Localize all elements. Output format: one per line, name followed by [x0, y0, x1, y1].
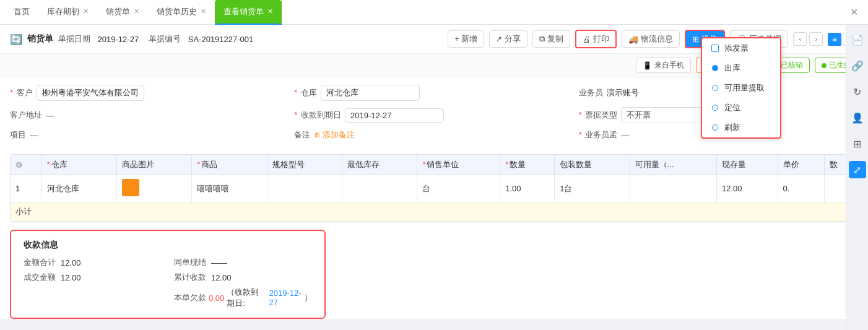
warehouse-field: * 仓库 河北仓库	[294, 85, 573, 101]
customer-field: * 客户 柳州粤港平安气体有限公司	[10, 85, 289, 101]
tab-sales-history-close[interactable]: ✕	[201, 7, 206, 15]
same-order-value: ——	[211, 258, 227, 267]
sidebar-expand-icon[interactable]: ⤢	[849, 161, 866, 178]
payment-box: 收款信息 金额合计 12.00 同单现结 —— 成交金额 12.00 累计收款 …	[10, 230, 326, 319]
note-field: 备注 ⊕ 添加备注	[294, 129, 573, 141]
outbound-icon	[711, 64, 719, 72]
col-unit-price: 单价	[778, 155, 825, 175]
doc-title: 销货单	[27, 33, 53, 45]
refresh-icon	[711, 123, 719, 132]
add-invoice-item[interactable]: 添发票	[702, 38, 780, 58]
col-spec: 规格型号	[267, 155, 342, 175]
view-list-btn[interactable]: ≡	[828, 33, 841, 46]
next-arrow[interactable]: ›	[809, 32, 823, 46]
cumulative-value: 12.00	[211, 273, 232, 282]
ticket-type-required: *	[579, 110, 582, 119]
doc-title-area: 🔄 销货单 单据日期 2019-12-27 单据编号 SA-20191227-0…	[10, 33, 438, 45]
subtotal-label: 小计	[11, 202, 857, 222]
doc-icon: 🔄	[10, 33, 22, 45]
print-button[interactable]: 🖨 打印	[575, 30, 617, 48]
sidebar-user-icon[interactable]: 👤	[849, 109, 866, 126]
staff2-required: *	[579, 130, 582, 139]
toolbar-actions: + 新增 ↗ 分享 ⧉ 复制 🖨 打印 🚚 物流信息	[448, 30, 858, 48]
copy-icon: ⧉	[539, 34, 545, 44]
tab-inventory[interactable]: 库存期初 ✕	[38, 0, 97, 25]
add-note-btn[interactable]: ⊕ 添加备注	[314, 129, 355, 141]
total-amount-row: 金额合计 12.00	[24, 257, 162, 268]
row-pack-qty: 1台	[555, 175, 630, 202]
tab-bar-close[interactable]: ✕	[845, 6, 863, 18]
cumulative-row: 累计收款 12.00	[174, 272, 312, 283]
row-min-stock	[342, 175, 417, 202]
row-product-img	[116, 175, 191, 202]
total-amount-value: 12.00	[61, 258, 81, 267]
arrears-value: 0.00	[209, 293, 224, 303]
new-button[interactable]: + 新增	[448, 30, 484, 48]
address-value: —	[46, 111, 145, 120]
outbound-item[interactable]: 出库	[702, 58, 780, 78]
tab-sales[interactable]: 销货单 ✕	[97, 0, 148, 25]
locate-item[interactable]: 定位	[702, 98, 780, 118]
operations-icon: ⊞	[692, 35, 699, 44]
add-invoice-icon	[711, 44, 719, 53]
tab-view-sales[interactable]: 查看销货单 ✕	[215, 0, 282, 25]
tab-sales-close[interactable]: ✕	[134, 7, 139, 15]
product-table-wrapper: ⚙ *仓库 商品图片 *商品 规格型号 最低库存 *销售单位	[10, 154, 858, 222]
prev-arrow[interactable]: ‹	[793, 32, 807, 46]
sidebar-doc-icon[interactable]: 📄	[849, 31, 866, 48]
row-current-stock: 12.00	[717, 175, 778, 202]
gear-icon: ⚙	[15, 160, 23, 170]
sidebar-refresh-icon[interactable]: ↻	[849, 83, 866, 100]
tab-home[interactable]: 首页	[5, 0, 38, 25]
col-qty: *数量	[500, 155, 555, 175]
sidebar-grid-icon[interactable]: ⊞	[849, 135, 866, 152]
tab-bar: 首页 库存期初 ✕ 销货单 ✕ 销货单历史 ✕ 查看销货单 ✕ ✕	[0, 0, 868, 25]
col-current-stock: 现存量	[717, 155, 778, 175]
doc-number-label: 单据编号 SA-20191227-001	[149, 33, 253, 45]
refresh-item[interactable]: 刷新	[702, 118, 780, 137]
transaction-value: 12.00	[61, 273, 81, 282]
col-unit: *销售单位	[417, 155, 500, 175]
tab-inventory-close[interactable]: ✕	[83, 7, 89, 15]
share-button[interactable]: ↗ 分享	[489, 30, 527, 48]
customer-value[interactable]: 柳州粤港平安气体有限公司	[37, 85, 144, 101]
cumulative-label: 累计收款	[174, 272, 206, 283]
warehouse-value[interactable]: 河北仓库	[321, 85, 420, 101]
col-warehouse: *仓库	[41, 155, 116, 175]
warehouse-required: *	[294, 88, 297, 97]
phone-icon: 📱	[643, 61, 652, 70]
due-date-value[interactable]: 2019-12-27	[345, 108, 444, 123]
row-qty: 1.00	[500, 175, 555, 202]
transaction-label: 成交金额	[24, 272, 56, 283]
logistics-button[interactable]: 🚚 物流信息	[622, 30, 680, 48]
transaction-row: 成交金额 12.00	[24, 272, 162, 283]
add-note-plus: ⊕	[314, 130, 320, 139]
subtotal-row: 小计	[11, 202, 857, 222]
arrears-note: （收款到期日:	[227, 287, 266, 309]
row-spec	[267, 175, 342, 202]
col-min-stock: 最低库存	[342, 155, 417, 175]
print-icon: 🖨	[583, 35, 591, 44]
col-gear: ⚙	[11, 155, 41, 175]
arrears-label: 本单欠款	[174, 292, 206, 303]
col-product-img: 商品图片	[116, 155, 191, 175]
tab-view-sales-close[interactable]: ✕	[267, 7, 273, 15]
arrears-row: 本单欠款 0.00 （收款到期日: 2019-12-27 ）	[174, 287, 312, 309]
col-available: 可用量（...	[630, 155, 716, 175]
from-phone-btn[interactable]: 📱 来自手机	[636, 58, 691, 73]
arrears-close: ）	[304, 292, 312, 303]
share-icon: ↗	[496, 35, 502, 43]
row-product: 嘻嘻嘻嘻	[192, 175, 267, 202]
copy-button[interactable]: ⧉ 复制	[532, 30, 570, 48]
table-header-row: ⚙ *仓库 商品图片 *商品 规格型号 最低库存 *销售单位	[11, 155, 857, 175]
pick-qty-item[interactable]: 可用量提取	[702, 78, 780, 98]
project-field: 项目 —	[10, 129, 289, 141]
due-date-field: * 收款到期日 2019-12-27	[294, 108, 573, 123]
right-sidebar: 📄 🔗 ↻ 👤 ⊞ ⤢	[846, 25, 868, 329]
col-product: *商品	[192, 155, 267, 175]
effective-dot	[822, 63, 827, 68]
doc-date-label: 单据日期 2019-12-27	[58, 33, 139, 45]
same-order-row: 同单现结 ——	[174, 257, 312, 268]
tab-sales-history[interactable]: 销货单历史 ✕	[148, 0, 215, 25]
sidebar-link-icon[interactable]: 🔗	[849, 57, 866, 74]
